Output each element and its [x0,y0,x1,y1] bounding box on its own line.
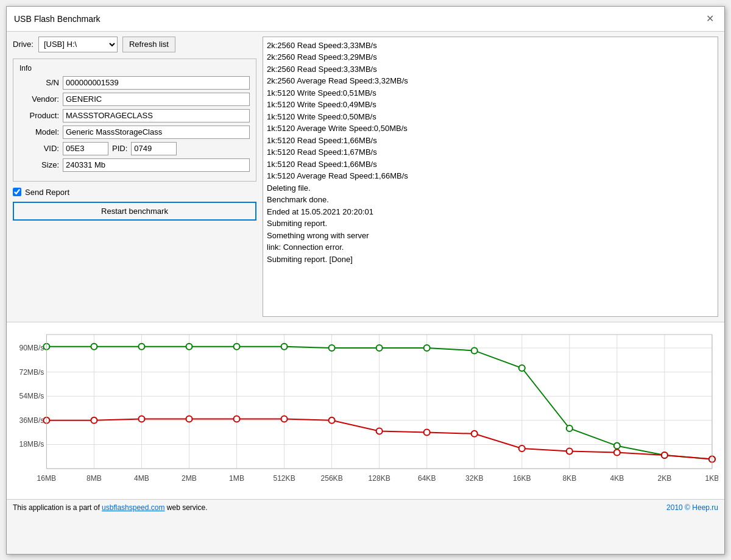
restart-benchmark-button[interactable]: Restart benchmark [13,202,256,221]
left-panel: Drive: [USB] H:\ Refresh list Info S/N V… [13,37,256,317]
svg-point-51 [519,445,525,452]
top-section: Drive: [USB] H:\ Refresh list Info S/N V… [7,32,724,322]
log-line: 1k:5120 Read Speed:1,67MB/s [267,146,714,158]
svg-text:2KB: 2KB [657,474,671,483]
svg-point-36 [519,365,525,371]
model-row: Model: [19,126,250,139]
log-line: 1k:5120 Write Speed:0,50MB/s [267,111,714,123]
svg-point-33 [376,345,383,351]
product-label: Product: [19,111,59,120]
vid-label: VID: [19,144,59,153]
svg-point-37 [567,425,573,431]
svg-text:36MB/s: 36MB/s [19,416,44,424]
footer-left: This application is a part of usbflashsp… [13,503,208,512]
svg-text:256KB: 256KB [320,474,342,483]
svg-point-49 [424,429,430,435]
svg-text:8MB: 8MB [87,474,102,483]
svg-point-31 [281,343,288,349]
svg-point-48 [376,428,383,434]
model-input[interactable] [63,126,250,139]
svg-text:4MB: 4MB [134,474,149,483]
log-line: 1k:5120 Average Read Speed:1,66MB/s [267,170,714,182]
log-line: 1k:5120 Write Speed:0,51MB/s [267,87,714,99]
svg-point-35 [471,347,478,353]
svg-text:128KB: 128KB [369,474,390,483]
vendor-input[interactable] [63,93,250,106]
log-line: 2k:2560 Average Read Speed:3,32MB/s [267,75,714,87]
close-button[interactable]: ✕ [702,12,717,26]
send-report-checkbox[interactable] [13,188,21,196]
send-report-label[interactable]: Send Report [25,188,69,197]
pid-label: PID: [112,144,127,153]
log-line: 1k:5120 Read Speed:1,66MB/s [267,158,714,171]
svg-text:16KB: 16KB [513,474,531,483]
svg-point-34 [424,345,430,351]
svg-point-30 [234,343,240,349]
log-line: link: Connection error. [267,241,714,253]
svg-text:32KB: 32KB [465,474,484,483]
svg-text:54MB/s: 54MB/s [19,392,44,400]
vid-input[interactable] [63,142,108,155]
size-input[interactable] [63,158,250,172]
log-line: 2k:2560 Read Speed:3,33MB/s [267,63,714,76]
log-line: 1k:5120 Write Speed:0,49MB/s [267,99,714,111]
footer-text: This application is a part of [13,503,102,512]
chart-section: 18MB/s36MB/s54MB/s72MB/s90MB/s16MB8MB4MB… [7,322,724,499]
vendor-row: Vendor: [19,93,250,106]
svg-point-45 [234,416,240,422]
refresh-list-button[interactable]: Refresh list [122,37,175,52]
size-label: Size: [19,160,59,169]
svg-text:2MB: 2MB [182,474,197,483]
size-row: Size: [19,158,250,172]
info-group: Info S/N Vendor: Product: Model: [13,58,256,182]
product-input[interactable] [63,109,250,122]
log-line: Deleting file. [267,182,714,194]
sn-input[interactable] [63,76,250,90]
svg-point-52 [567,448,573,454]
svg-point-28 [138,343,144,349]
footer: This application is a part of usbflashsp… [7,499,724,516]
log-panel[interactable]: 2k:2560 Read Speed:3,33MB/s2k:2560 Read … [263,37,718,317]
drive-select[interactable]: [USB] H:\ [38,37,118,52]
svg-point-27 [91,343,97,349]
svg-point-46 [281,416,288,422]
log-line: Submiting report. [267,218,714,230]
footer-right: 2010 © Heep.ru [666,503,718,512]
sn-row: S/N [19,76,250,90]
pid-input[interactable] [131,142,177,155]
product-row: Product: [19,109,250,122]
chart-container: 18MB/s36MB/s54MB/s72MB/s90MB/s16MB8MB4MB… [13,328,718,499]
log-line: Something wrong with server [267,230,714,242]
model-label: Model: [19,127,59,136]
svg-point-32 [329,345,335,351]
footer-suffix: web service. [164,503,207,512]
sn-label: S/N [19,78,59,87]
log-line: 2k:2560 Read Speed:3,33MB/s [267,40,714,52]
log-line: Ended at 15.05.2021 20:20:01 [267,206,714,218]
info-legend: Info [19,64,250,73]
window-title: USB Flash Benchmark [14,14,101,24]
main-content: Drive: [USB] H:\ Refresh list Info S/N V… [7,32,724,516]
svg-text:4KB: 4KB [610,474,624,483]
drive-row: Drive: [USB] H:\ Refresh list [13,37,256,52]
svg-point-44 [186,416,192,422]
svg-point-42 [91,417,97,423]
svg-text:16MB: 16MB [37,474,57,483]
log-line: Benchmark done. [267,194,714,206]
svg-point-43 [138,416,144,422]
svg-point-47 [329,417,335,423]
svg-text:512KB: 512KB [273,474,295,483]
log-line: Submiting report. [Done] [267,253,714,266]
drive-label: Drive: [13,40,34,49]
chart-svg: 18MB/s36MB/s54MB/s72MB/s90MB/s16MB8MB4MB… [13,328,718,499]
log-line: 1k:5120 Read Speed:1,66MB/s [267,135,714,147]
svg-text:64KB: 64KB [418,474,436,483]
svg-text:1KB: 1KB [705,474,718,483]
footer-link[interactable]: usbflashspeed.com [102,503,164,512]
svg-text:72MB/s: 72MB/s [19,367,44,376]
svg-text:1MB: 1MB [229,474,244,483]
title-bar: USB Flash Benchmark ✕ [7,7,724,32]
log-line: 2k:2560 Read Speed:3,29MB/s [267,51,714,63]
vendor-label: Vendor: [19,94,59,104]
vid-pid-row: VID: PID: [19,142,250,155]
